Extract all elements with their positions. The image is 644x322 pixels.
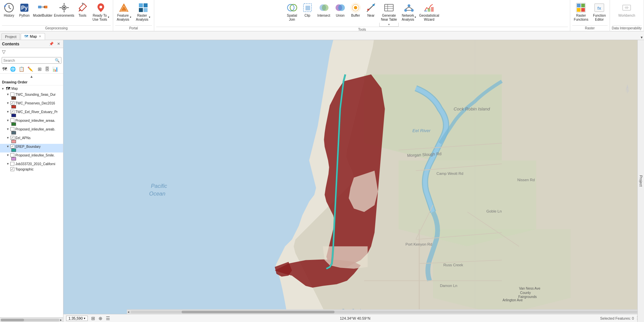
layer-item-proposed-a[interactable]: ▼ Proposed_inlieufee_areaa. — [0, 118, 63, 126]
tab-project[interactable]: Project — [1, 33, 20, 40]
layer-item-erep-boundary[interactable]: ▼ EREP_Boundary — [0, 144, 63, 152]
layer-item-topographic[interactable]: ▼ Topographic — [0, 167, 63, 172]
layer-item-proposed-b[interactable]: ▼ Proposed_inlieufee_areab. — [0, 126, 63, 135]
network-analysis-arrow: ▾ — [415, 16, 416, 19]
layer-check-proposed-5mile[interactable] — [10, 153, 14, 157]
generate-near-table-label: GenerateNear Table — [381, 14, 397, 22]
layer-check-twc-preserves[interactable] — [10, 101, 14, 105]
layer-check-job333720[interactable] — [10, 162, 14, 166]
layer-arrow-job333720: ▼ — [6, 162, 9, 166]
ready-to-use-button[interactable]: Ready ToUse Tools ▾ — [91, 1, 111, 23]
spatial-join-label: SpatialJoin — [287, 14, 297, 22]
layer-check-proposed-b[interactable] — [10, 127, 14, 131]
scroll-left-arrow[interactable]: ◂ — [127, 310, 130, 314]
dropdown-arrow-icon: ▾ — [388, 23, 390, 26]
scale-selector[interactable]: 1:35,590 ▾ — [66, 316, 88, 321]
selected-features-display: Selected Features: 0 — [600, 316, 634, 320]
horizontal-scrollbar[interactable]: ◂ ▸ — [127, 309, 644, 314]
tab-map[interactable]: 🗺 Map ✕ — [21, 33, 45, 40]
search-icon[interactable]: 🔍 — [53, 57, 61, 63]
tab-map-close[interactable]: ✕ — [39, 35, 41, 38]
collapse-row: ▲ — [0, 74, 63, 79]
map-container[interactable]: Morgan Slough Rd Camp Weott Rd Port Keny… — [63, 40, 644, 322]
layer-check-topographic[interactable] — [10, 167, 14, 171]
layer-item-eel-apns[interactable]: ▼ Eel_APNs — [0, 135, 63, 144]
python-label: Python — [19, 14, 29, 18]
table-view-icon[interactable]: ☰ — [106, 316, 110, 321]
feature-analysis-button[interactable]: FeatureAnalysis ▾ — [115, 1, 133, 23]
near-label: Near — [367, 14, 375, 18]
layer-check-twc-eel-river[interactable] — [10, 110, 14, 114]
workbench-button[interactable]: Workbench — [617, 1, 637, 19]
scroll-track-h[interactable] — [131, 311, 640, 313]
new-map-icon[interactable]: 🗺 — [2, 66, 8, 72]
union-button[interactable]: Union — [333, 1, 347, 19]
map-layer-icon: 🗺 — [6, 86, 10, 91]
layer-list: ▼ 🗺 Map ▼ TWC_Sounding_Seas_Dur — [0, 85, 63, 317]
layer-check-eel-apns[interactable] — [10, 136, 14, 140]
network-analysis-button[interactable]: NetworkAnalysis ▾ — [400, 1, 418, 23]
clip-button[interactable]: Clip — [300, 1, 314, 19]
generate-near-table-button[interactable]: GenerateNear Table — [379, 1, 399, 23]
svg-point-43 — [411, 9, 414, 12]
sidebar-pin-icon[interactable]: 📌 — [48, 41, 55, 46]
network-analysis-icon — [404, 2, 414, 13]
layer-item-twc-preserves[interactable]: ▼ TWC_Preserves_Dec2016 — [0, 100, 63, 109]
layer-item-job333720[interactable]: ▼ Job333720_2010_Californi — [0, 161, 63, 167]
identify-icon[interactable]: ⊕ — [98, 316, 102, 321]
svg-line-44 — [406, 7, 409, 9]
environments-button[interactable]: Environments — [54, 1, 74, 19]
filter-icon[interactable]: ▽ — [2, 49, 6, 54]
geostatistical-wizard-button[interactable]: GeostatisticalWizard — [419, 1, 439, 23]
svg-rect-19 — [144, 3, 148, 7]
layer-item-twc-eel-river[interactable]: ▼ TWC_Eel_River_Estuary_Pr — [0, 109, 63, 118]
svg-rect-20 — [139, 8, 143, 12]
intersect-button[interactable]: Intersect — [316, 1, 332, 19]
layer-row-twc-eel-river: ▼ TWC_Eel_River_Estuary_Pr — [1, 110, 62, 114]
new-layout-icon[interactable]: 📋 — [18, 66, 25, 72]
modelbuilder-button[interactable]: ModelBuilder — [33, 1, 53, 19]
layer-item-map[interactable]: ▼ 🗺 Map — [0, 85, 63, 92]
layer-check-proposed-a[interactable] — [10, 118, 14, 122]
sidebar-scroll-right[interactable]: ▸ — [59, 318, 62, 322]
sidebar-title: Contents — [2, 42, 19, 46]
layer-item-proposed-5mile[interactable]: ▼ Proposed_inlieufee_5mile. — [0, 152, 63, 161]
near-button[interactable]: Near — [364, 1, 378, 19]
sidebar-close-icon[interactable]: ✕ — [56, 41, 61, 46]
portal-items: FeatureAnalysis ▾ RasterAnalysis ▾ — [115, 1, 152, 25]
tabs-dropdown-icon[interactable]: ▾ — [641, 35, 643, 40]
cylinder-icon[interactable]: 🗄 — [44, 66, 50, 72]
table-icon[interactable]: ⊞ — [37, 66, 42, 72]
main-area: Contents 📌 ✕ ▽ 🔍 🗺 🌐 📋 ✏️ ⊞ 🗄 📊 ➕ — [0, 40, 644, 322]
spatial-join-icon — [287, 2, 297, 13]
sidebar-scrollbar[interactable]: ▸ — [0, 317, 63, 322]
swatch-eel-apns — [11, 140, 16, 143]
function-editor-icon: fx — [594, 2, 605, 13]
raster-analysis-button[interactable]: RasterAnalysis ▾ — [134, 1, 152, 23]
tools-button[interactable]: Tools — [75, 1, 89, 19]
raster-functions-button[interactable]: RasterFunctions — [572, 1, 590, 23]
pencil-icon[interactable]: ✏️ — [27, 66, 34, 72]
svg-rect-49 — [431, 7, 434, 12]
python-button[interactable]: Py Python — [17, 1, 31, 19]
search-input[interactable] — [2, 58, 53, 63]
layer-arrow-map: ▼ — [1, 87, 4, 90]
generate-near-table-dropdown[interactable]: ▾ — [379, 23, 399, 27]
scale-value: 1:35,590 — [68, 316, 83, 320]
collapse-icon[interactable]: ▲ — [30, 74, 33, 78]
function-editor-button[interactable]: fx FunctionEditor — [591, 1, 607, 23]
grid-icon[interactable]: ⊞ — [91, 316, 95, 321]
svg-rect-51 — [577, 4, 581, 7]
spatial-join-button[interactable]: SpatialJoin — [285, 1, 299, 23]
layer-item-twc-sounding[interactable]: ▼ TWC_Sounding_Seas_Dur — [0, 92, 63, 100]
project-panel-tab[interactable]: Project — [637, 40, 644, 322]
layer-check-erep-boundary[interactable] — [10, 144, 14, 148]
layer-arrow-erep-boundary: ▼ — [6, 145, 9, 148]
clip-label: Clip — [304, 14, 310, 18]
buffer-button[interactable]: Buffer — [349, 1, 363, 19]
layer-check-twc-sounding[interactable] — [10, 92, 14, 96]
chart-icon[interactable]: 📊 — [52, 66, 59, 72]
new-scene-icon[interactable]: 🌐 — [9, 66, 16, 72]
data-interop-items: Workbench — [617, 1, 637, 25]
history-button[interactable]: History — [2, 1, 16, 19]
